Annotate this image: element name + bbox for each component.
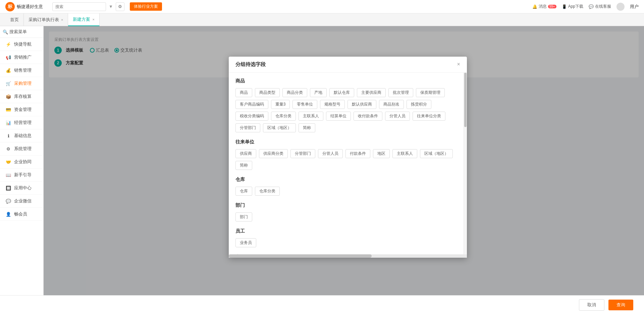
section-title-3: 部门 xyxy=(235,202,457,208)
field-chip-1-2[interactable]: 分管部门 xyxy=(290,149,315,158)
message-badge: 99+ xyxy=(548,5,556,8)
purchase-icon: 🛒 xyxy=(5,80,11,86)
sidebar-item-guide[interactable]: 📖 新手引导 xyxy=(0,169,43,182)
field-chip-1-7[interactable]: 区域（地区） xyxy=(420,149,453,158)
sidebar-item-collab[interactable]: 🤝 企业协同 xyxy=(0,155,43,169)
field-chip-0-11[interactable]: 规格型号 xyxy=(320,100,345,109)
download-icon: 📱 xyxy=(562,4,567,9)
avatar[interactable] xyxy=(616,3,625,11)
field-chip-3-0[interactable]: 部门 xyxy=(235,212,252,222)
gear-button[interactable]: ⚙ xyxy=(116,2,124,11)
field-chip-0-13[interactable]: 商品别名 xyxy=(379,100,404,109)
modal-vertical-scrollbar[interactable] xyxy=(464,73,467,254)
field-chip-1-8[interactable]: 简称 xyxy=(235,161,252,170)
sidebar-item-finance[interactable]: 💳 资金管理 xyxy=(0,103,43,116)
field-chip-1-0[interactable]: 供应商 xyxy=(235,149,256,158)
inventory-icon: 📦 xyxy=(5,93,11,100)
field-section-2: 仓库仓库仓库分类 xyxy=(235,177,457,196)
field-chip-0-2[interactable]: 商品分类 xyxy=(282,88,307,97)
field-grid-3: 部门 xyxy=(235,212,457,222)
field-chip-0-12[interactable]: 默认供应商 xyxy=(347,100,376,109)
sidebar-item-purchase[interactable]: 🛒 采购管理 xyxy=(0,77,43,90)
header-search-area: ▼ ⚙ 体验行业方案 xyxy=(52,2,162,11)
tab-new-plan-label: 新建方案 xyxy=(73,16,90,22)
field-chip-1-1[interactable]: 供应商分类 xyxy=(259,149,288,158)
field-chip-1-5[interactable]: 地区 xyxy=(373,149,390,158)
field-chip-4-0[interactable]: 业务员 xyxy=(235,238,256,247)
field-chip-1-6[interactable]: 主联系人 xyxy=(392,149,417,158)
field-chip-0-24[interactable]: 简称 xyxy=(299,123,315,132)
modal-horizontal-scrollbar-area xyxy=(229,254,467,258)
trial-button[interactable]: 体验行业方案 xyxy=(130,2,162,11)
field-chip-0-19[interactable]: 收付款条件 xyxy=(354,112,382,121)
finance-icon: 💳 xyxy=(5,107,11,113)
sidebar-item-member[interactable]: 👤 畅会员 xyxy=(0,208,43,221)
sidebar-item-basics[interactable]: ℹ 基础信息 xyxy=(0,129,43,142)
marketing-icon: 📢 xyxy=(5,54,11,60)
wechat-icon: 💬 xyxy=(5,198,11,204)
sidebar-search[interactable]: 🔍 搜索菜单 xyxy=(0,26,43,38)
sidebar-item-operations[interactable]: 📊 经营管理 xyxy=(0,116,43,129)
field-chip-0-6[interactable]: 批次管理 xyxy=(388,88,413,97)
field-chip-0-18[interactable]: 结算单位 xyxy=(326,112,351,121)
apps-icon: 🔲 xyxy=(5,185,11,191)
field-chip-0-17[interactable]: 主联系人 xyxy=(299,112,323,121)
tab-purchase-exec-close[interactable]: × xyxy=(61,18,63,22)
field-chip-0-4[interactable]: 默认仓库 xyxy=(329,88,354,97)
field-chip-0-23[interactable]: 区域（地区） xyxy=(263,123,296,132)
field-chip-1-3[interactable]: 分管人员 xyxy=(318,149,343,158)
modal-close-button[interactable]: × xyxy=(457,61,460,67)
field-chip-0-0[interactable]: 商品 xyxy=(235,88,252,97)
guide-icon: 📖 xyxy=(5,172,11,178)
operations-icon: 📊 xyxy=(5,120,11,126)
field-chip-0-3[interactable]: 产地 xyxy=(310,88,327,97)
section-title-4: 员工 xyxy=(235,228,457,234)
sales-icon: 💰 xyxy=(5,67,11,73)
sidebar-item-inventory[interactable]: 📦 库存核算 xyxy=(0,90,43,103)
search-icon: 🔍 xyxy=(3,29,8,35)
field-section-3: 部门部门 xyxy=(235,202,457,222)
modal-body: 商品商品商品类型商品分类产地默认仓库主要供应商批次管理保质期管理客户商品编码重量… xyxy=(229,73,464,254)
gear-icon: ⚙ xyxy=(118,4,122,9)
field-grid-1: 供应商供应商分类分管部门分管人员付款条件地区主联系人区域（地区）简称 xyxy=(235,149,457,170)
sidebar-item-wechat[interactable]: 💬 企业微信 xyxy=(0,195,43,208)
search-input[interactable] xyxy=(52,2,106,11)
field-chip-0-20[interactable]: 分管人员 xyxy=(385,112,410,121)
field-chip-0-8[interactable]: 客户商品编码 xyxy=(235,100,268,109)
field-chip-0-1[interactable]: 商品类型 xyxy=(255,88,280,97)
field-chip-0-15[interactable]: 税收分类编码 xyxy=(235,112,268,121)
online-service-button[interactable]: 💬 在线客服 xyxy=(589,4,611,9)
field-chip-2-1[interactable]: 仓库分类 xyxy=(255,187,280,196)
tab-bar: 首页 采购订单执行表 × 新建方案 × xyxy=(0,13,644,26)
section-title-1: 往来单位 xyxy=(235,139,457,145)
field-chip-0-22[interactable]: 分管部门 xyxy=(235,123,260,132)
app-download-button[interactable]: 📱 App下载 xyxy=(562,4,583,9)
sidebar-item-marketing[interactable]: 📢 营销推广 xyxy=(0,51,43,64)
tab-purchase-exec[interactable]: 采购订单执行表 × xyxy=(24,13,68,26)
sidebar-item-apps[interactable]: 🔲 应用中心 xyxy=(0,182,43,195)
messages-button[interactable]: 🔔 消息 99+ xyxy=(532,4,556,9)
sidebar-item-sales[interactable]: 💰 销售管理 xyxy=(0,64,43,77)
field-chip-1-4[interactable]: 付款条件 xyxy=(345,149,370,158)
tab-new-plan[interactable]: 新建方案 × xyxy=(68,13,99,26)
field-chip-0-21[interactable]: 往来单位分类 xyxy=(413,112,445,121)
field-select-modal: 分组待选字段 × 商品商品商品类型商品分类产地默认仓库主要供应商批次管理保质期管… xyxy=(229,57,467,258)
field-chip-0-14[interactable]: 拣货积分 xyxy=(407,100,431,109)
field-chip-0-7[interactable]: 保质期管理 xyxy=(416,88,445,97)
field-chip-0-10[interactable]: 零售单位 xyxy=(292,100,317,109)
cancel-button[interactable]: 取消 xyxy=(579,299,604,311)
tab-new-plan-close[interactable]: × xyxy=(92,17,94,21)
sidebar-item-shortcuts[interactable]: ⚡ 快捷导航 xyxy=(0,38,43,51)
search-dropdown-icon[interactable]: ▼ xyxy=(109,4,113,9)
confirm-button[interactable]: 查询 xyxy=(608,300,633,310)
section-title-2: 仓库 xyxy=(235,177,457,183)
field-chip-0-5[interactable]: 主要供应商 xyxy=(357,88,386,97)
field-chip-2-0[interactable]: 仓库 xyxy=(235,187,252,196)
logo-area: 标 畅捷通好生意 xyxy=(5,2,49,11)
tab-home[interactable]: 首页 xyxy=(5,13,24,26)
field-chip-0-16[interactable]: 仓库分类 xyxy=(271,112,296,121)
field-chip-0-9[interactable]: 重量3 xyxy=(271,100,290,109)
field-section-4: 员工业务员 xyxy=(235,228,457,247)
sidebar: 🔍 搜索菜单 ⚡ 快捷导航 📢 营销推广 💰 销售管理 🛒 采购管理 📦 库存核… xyxy=(0,26,44,314)
sidebar-item-system[interactable]: ⚙ 系统管理 xyxy=(0,142,43,155)
